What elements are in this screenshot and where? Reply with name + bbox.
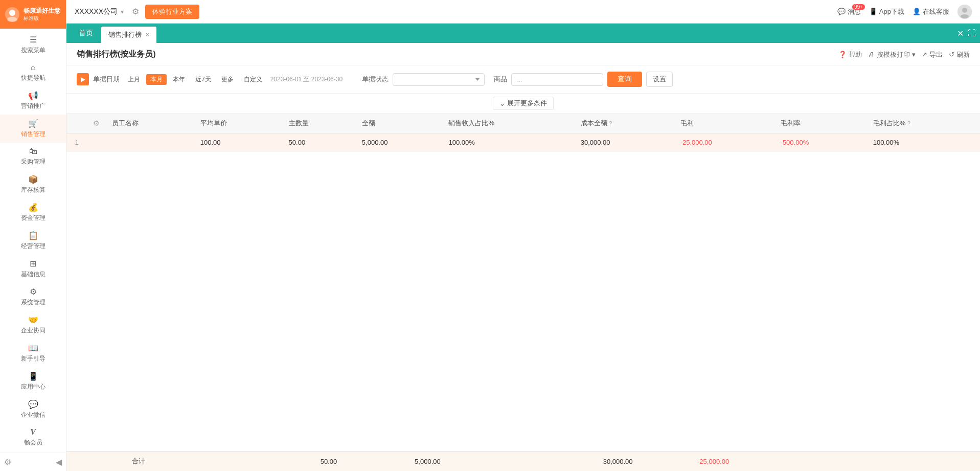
sidebar-item-inventory[interactable]: 📦 库存核算 (0, 170, 66, 198)
apps-icon: 📱 (28, 371, 38, 381)
header-gear-btn[interactable]: ⚙ (132, 7, 139, 16)
trial-btn[interactable]: 体验行业方案 (145, 5, 199, 19)
col-gross-pct: 毛利占比% ? (867, 114, 980, 133)
tab-sales-ranking-label: 销售排行榜 (108, 30, 142, 39)
sidebar-item-label-purchase: 采购管理 (21, 158, 45, 166)
sidebar-item-label-guide: 新手引导 (21, 354, 45, 363)
footer-qty: 50.00 (321, 458, 337, 465)
footer-amount-cell: 5,000.00 (408, 458, 503, 465)
status-label: 单据状态 (362, 75, 389, 84)
sidebar-settings-btn[interactable]: ⚙ (4, 457, 11, 467)
filter-expand-arrow[interactable]: ▶ (77, 73, 89, 85)
sidebar-item-label-finance: 资金管理 (21, 214, 45, 222)
col-sales-pct: 销售收入占比% (442, 114, 574, 133)
table-container: ⚙ 员工名称 平均单价 主数量 (66, 114, 980, 451)
date-tab-7days[interactable]: 近7天 (191, 74, 215, 85)
sidebar-item-basics[interactable]: ⊞ 基础信息 (0, 255, 66, 283)
message-btn[interactable]: 💬 消息 99+ (837, 7, 861, 16)
tab-sales-ranking[interactable]: 销售排行榜 × (101, 27, 156, 43)
help-label: 帮助 (849, 50, 862, 59)
sidebar-item-marketing[interactable]: 📢 营销推广 (0, 86, 66, 115)
date-tab-more[interactable]: 更多 (217, 74, 238, 85)
col-gross-rate: 毛利率 (774, 114, 867, 133)
gross-pct-help-icon[interactable]: ? (907, 120, 910, 126)
cost-help-icon[interactable]: ? (609, 120, 612, 126)
online-service-btn[interactable]: 👤 在线客服 (913, 7, 949, 16)
sidebar-item-label-inventory: 库存核算 (21, 186, 45, 194)
basics-icon: ⊞ (30, 259, 36, 268)
sidebar-item-search[interactable]: ☰ 搜索菜单 (0, 31, 66, 59)
col-gross: 毛利 (674, 114, 774, 133)
company-selector[interactable]: XXXXXX公司 ▾ (75, 7, 124, 16)
sidebar-item-collab[interactable]: 🤝 企业协同 (0, 311, 66, 339)
system-icon: ⚙ (30, 287, 37, 297)
tab-close-icon[interactable]: × (146, 31, 149, 38)
date-label: 单据日期 (93, 75, 120, 84)
tab-home[interactable]: 首页 (71, 24, 101, 43)
table-footer: 合计 50.00 5,000.00 30,000.00 -25,000.00 (66, 451, 980, 471)
col-settings[interactable]: ⚙ (87, 114, 106, 133)
help-btn[interactable]: ❓ 帮助 (838, 50, 862, 59)
sidebar-item-label-member: 畅会员 (24, 438, 42, 447)
user-avatar[interactable] (958, 5, 972, 19)
query-btn[interactable]: 查询 (607, 72, 642, 87)
sidebar-item-label-sales: 销售管理 (21, 130, 45, 139)
date-tab-this-year[interactable]: 本年 (169, 74, 189, 85)
expand-chevron-icon: ⌄ (499, 100, 505, 107)
tab-bar: 首页 销售排行榜 × ✕ ⛶ (66, 24, 980, 43)
window-close-icon[interactable]: ✕ (957, 29, 964, 38)
sidebar-item-guide[interactable]: 📖 新手引导 (0, 339, 66, 367)
sidebar-item-label-search: 搜索菜单 (21, 46, 45, 55)
sidebar-item-sales[interactable]: 🛒 销售管理 (0, 115, 66, 143)
app-version: 标准版 (24, 15, 60, 21)
table-header-row: ⚙ 员工名称 平均单价 主数量 (66, 114, 980, 133)
sidebar-item-finance[interactable]: 💰 资金管理 (0, 198, 66, 227)
sidebar-footer: ⚙ ◀ (0, 453, 66, 471)
app-download-btn[interactable]: 📱 App下载 (869, 7, 904, 16)
date-tab-last-month[interactable]: 上月 (124, 74, 144, 85)
sidebar-item-purchase[interactable]: 🛍 采购管理 (0, 143, 66, 170)
window-maximize-icon[interactable]: ⛶ (968, 29, 976, 38)
service-icon: 👤 (913, 8, 921, 15)
footer-label: 合计 (132, 457, 145, 465)
sidebar-collapse-btn[interactable]: ◀ (56, 457, 62, 467)
cell-gross-rate: -500.00% (774, 133, 867, 152)
cell-qty: 50.00 (283, 133, 356, 152)
date-tab-custom[interactable]: 自定义 (240, 74, 266, 85)
sidebar-item-ops[interactable]: 📋 经营管理 (0, 227, 66, 255)
finance-icon: 💰 (28, 203, 38, 212)
page-title: 销售排行榜(按业务员) (77, 49, 156, 60)
settings-btn[interactable]: 设置 (646, 72, 673, 87)
app-logo: 畅康通好生意 标准版 (0, 0, 66, 29)
tab-bar-actions: ✕ ⛶ (957, 29, 976, 38)
message-badge: 99+ (852, 4, 865, 10)
print-btn[interactable]: 🖨 按模板打印 ▾ (868, 50, 916, 59)
expand-more-row: ⌄ 展开更多条件 (66, 94, 980, 114)
col-settings-icon[interactable]: ⚙ (93, 119, 100, 127)
inventory-icon: 📦 (28, 174, 38, 184)
sidebar-item-wechat[interactable]: 💬 企业微信 (0, 395, 66, 423)
date-tab-this-month[interactable]: 本月 (146, 74, 167, 85)
sales-icon: 🛒 (28, 119, 38, 128)
sidebar-item-member[interactable]: V 畅会员 (0, 423, 66, 451)
marketing-icon: 📢 (28, 91, 38, 100)
refresh-btn[interactable]: ↺ 刷新 (949, 50, 970, 59)
app-download-label: App下载 (879, 7, 904, 16)
sidebar-item-system[interactable]: ⚙ 系统管理 (0, 283, 66, 311)
col-rank (66, 114, 87, 133)
svg-point-5 (961, 14, 969, 18)
sidebar-item-quick-nav[interactable]: ⌂ 快捷导航 (0, 59, 66, 86)
data-table: ⚙ 员工名称 平均单价 主数量 (66, 114, 980, 152)
print-dropdown-arrow[interactable]: ▾ (912, 51, 916, 58)
col-qty: 主数量 (283, 114, 356, 133)
footer-cost: 30,000.00 (603, 458, 633, 465)
sidebar-nav: ☰ 搜索菜单 ⌂ 快捷导航 📢 营销推广 🛒 销售管理 🛍 采购管理 📦 库存核… (0, 29, 66, 453)
print-label: 按模板打印 (877, 50, 910, 59)
ops-icon: 📋 (28, 231, 38, 240)
status-select[interactable] (393, 73, 485, 86)
export-btn[interactable]: ↗ 导出 (922, 50, 943, 59)
goods-input[interactable]: ... (511, 73, 603, 86)
sidebar-item-label-basics: 基础信息 (21, 270, 45, 279)
expand-more-btn[interactable]: ⌄ 展开更多条件 (493, 97, 554, 110)
sidebar-item-apps[interactable]: 📱 应用中心 (0, 367, 66, 395)
